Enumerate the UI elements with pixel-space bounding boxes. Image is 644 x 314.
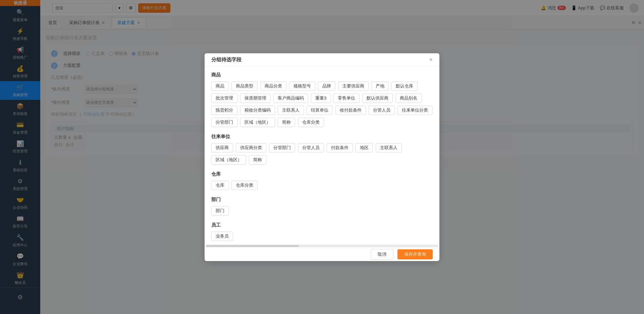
modal-footer: 取消 保存并查询 — [205, 248, 439, 261]
field-grid-0: 商品商品类型商品分类规格型号品牌主要供应商产地默认仓库批次管理保质期管理客户商品… — [211, 81, 433, 127]
field-section-4: 员工业务员 — [211, 222, 433, 241]
field-tag-0-9[interactable]: 保质期管理 — [240, 93, 271, 103]
field-tag-0-6[interactable]: 产地 — [371, 81, 389, 91]
field-grid-1: 供应商供应商分类分管部门分管人员付款条件地区主联系人区域（地区）简称 — [211, 143, 433, 165]
field-tag-0-10[interactable]: 客户商品编码 — [273, 93, 308, 103]
field-tag-0-3[interactable]: 规格型号 — [289, 81, 315, 91]
section-title-0: 商品 — [211, 72, 433, 78]
field-tag-0-17[interactable]: 主联系人 — [278, 106, 304, 115]
field-tag-0-1[interactable]: 商品类型 — [231, 81, 258, 91]
field-tag-0-24[interactable]: 简称 — [278, 118, 295, 127]
field-grid-2: 仓库仓库分类 — [211, 181, 433, 190]
section-title-4: 员工 — [211, 222, 433, 228]
field-tag-1-2[interactable]: 分管部门 — [269, 143, 295, 152]
field-tag-1-6[interactable]: 主联系人 — [376, 143, 402, 152]
field-tag-0-4[interactable]: 品牌 — [318, 81, 335, 91]
field-tag-1-7[interactable]: 区域（地区） — [211, 155, 246, 165]
field-tag-4-0[interactable]: 业务员 — [211, 232, 233, 241]
hscroll-thumb — [206, 245, 299, 247]
field-tag-0-0[interactable]: 商品 — [211, 81, 229, 91]
field-tag-0-13[interactable]: 默认供应商 — [362, 93, 393, 103]
field-tag-0-5[interactable]: 主要供应商 — [338, 81, 369, 91]
section-title-1: 往来单位 — [211, 134, 433, 140]
modal-overlay: 分组待选字段 × 商品商品商品类型商品分类规格型号品牌主要供应商产地默认仓库批次… — [0, 0, 644, 314]
section-title-2: 仓库 — [211, 171, 433, 177]
field-tag-2-1[interactable]: 仓库分类 — [231, 181, 258, 190]
field-tag-1-1[interactable]: 供应商分类 — [236, 143, 266, 152]
field-tag-0-19[interactable]: 收付款条件 — [335, 106, 366, 115]
field-section-2: 仓库仓库仓库分类 — [211, 171, 433, 190]
field-tag-0-23[interactable]: 区域（地区） — [240, 118, 275, 127]
modal-body: 商品商品商品类型商品分类规格型号品牌主要供应商产地默认仓库批次管理保质期管理客户… — [205, 67, 439, 244]
field-tag-0-21[interactable]: 往来单位分类 — [397, 106, 432, 115]
field-tag-0-12[interactable]: 零售单位 — [333, 93, 360, 103]
modal-dialog: 分组待选字段 × 商品商品商品类型商品分类规格型号品牌主要供应商产地默认仓库批次… — [205, 53, 439, 261]
field-grid-4: 业务员 — [211, 232, 433, 241]
modal-header: 分组待选字段 × — [205, 53, 439, 67]
field-tag-0-15[interactable]: 拣货积分 — [211, 106, 237, 115]
confirm-button[interactable]: 保存并查询 — [397, 249, 433, 259]
field-tag-0-14[interactable]: 商品别名 — [395, 93, 422, 103]
modal-hscroll[interactable] — [205, 244, 439, 247]
field-tag-0-22[interactable]: 分管部门 — [211, 118, 237, 127]
field-section-0: 商品商品商品类型商品分类规格型号品牌主要供应商产地默认仓库批次管理保质期管理客户… — [211, 72, 433, 127]
field-tag-0-2[interactable]: 商品分类 — [260, 81, 286, 91]
modal-close-button[interactable]: × — [429, 56, 433, 63]
cancel-button[interactable]: 取消 — [371, 249, 393, 260]
field-tag-0-25[interactable]: 仓库分类 — [298, 118, 324, 127]
field-tag-3-0[interactable]: 部门 — [211, 206, 229, 215]
field-tag-2-0[interactable]: 仓库 — [211, 181, 229, 190]
field-tag-1-0[interactable]: 供应商 — [211, 143, 233, 152]
field-tag-1-4[interactable]: 付款条件 — [327, 143, 353, 152]
field-tag-0-11[interactable]: 重量3 — [311, 93, 331, 103]
field-tag-0-7[interactable]: 默认仓库 — [391, 81, 418, 91]
section-title-3: 部门 — [211, 197, 433, 203]
modal-title: 分组待选字段 — [211, 57, 241, 63]
field-tag-1-8[interactable]: 简称 — [249, 155, 266, 165]
field-tag-0-8[interactable]: 批次管理 — [211, 93, 237, 103]
field-tag-1-5[interactable]: 地区 — [356, 143, 373, 152]
field-grid-3: 部门 — [211, 206, 433, 215]
field-section-3: 部门部门 — [211, 197, 433, 215]
field-tag-0-20[interactable]: 分管人员 — [369, 106, 395, 115]
field-tag-1-3[interactable]: 分管人员 — [298, 143, 324, 152]
field-tag-0-18[interactable]: 结算单位 — [307, 106, 333, 115]
field-tag-0-16[interactable]: 税收分类编码 — [240, 106, 275, 115]
hscroll-track — [206, 245, 438, 247]
field-section-1: 往来单位供应商供应商分类分管部门分管人员付款条件地区主联系人区域（地区）简称 — [211, 134, 433, 165]
